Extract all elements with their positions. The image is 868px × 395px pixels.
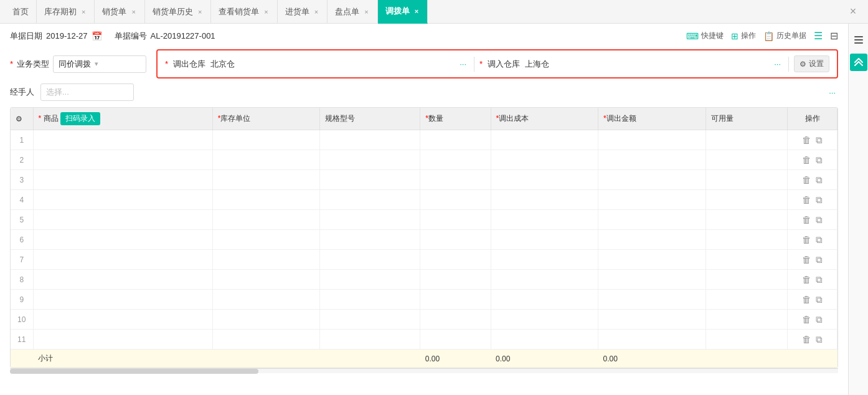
scan-button[interactable]: 扫码录入 — [60, 112, 100, 125]
scroll-bar-area[interactable] — [10, 368, 838, 373]
row-out-cost[interactable] — [491, 150, 598, 170]
row-spec[interactable] — [320, 250, 420, 270]
row-available[interactable] — [705, 170, 787, 190]
row-quantity[interactable] — [420, 310, 491, 330]
handler-select[interactable]: 选择... — [40, 83, 134, 101]
delete-icon[interactable]: 🗑 — [802, 174, 811, 185]
copy-icon[interactable]: ⧉ — [816, 174, 823, 185]
row-unit[interactable] — [212, 250, 320, 270]
row-quantity[interactable] — [420, 210, 491, 230]
row-spec[interactable] — [320, 150, 420, 170]
row-available[interactable] — [705, 270, 787, 290]
row-quantity[interactable] — [420, 230, 491, 250]
tab-transfer-order-close[interactable]: × — [413, 7, 420, 16]
tab-transfer-order[interactable]: 调拨单 × — [378, 0, 428, 24]
row-out-amount[interactable] — [598, 130, 706, 150]
row-spec[interactable] — [320, 290, 420, 310]
row-out-amount[interactable] — [598, 150, 706, 170]
row-product[interactable] — [33, 150, 212, 170]
delete-icon[interactable]: 🗑 — [802, 254, 811, 265]
copy-icon[interactable]: ⧉ — [816, 194, 823, 205]
row-available[interactable] — [705, 210, 787, 230]
row-out-cost[interactable] — [491, 270, 598, 290]
tab-inventory-check-close[interactable]: × — [363, 7, 369, 16]
copy-icon[interactable]: ⧉ — [816, 274, 823, 285]
calendar-icon[interactable]: 📅 — [92, 31, 102, 41]
row-unit[interactable] — [212, 170, 320, 190]
copy-icon[interactable]: ⧉ — [816, 135, 823, 145]
row-unit[interactable] — [212, 210, 320, 230]
delete-icon[interactable]: 🗑 — [802, 194, 811, 205]
operation-button[interactable]: ⊞ 操作 — [731, 31, 756, 41]
row-out-amount[interactable] — [598, 330, 706, 350]
row-quantity[interactable] — [420, 150, 491, 170]
row-out-cost[interactable] — [491, 290, 598, 310]
row-spec[interactable] — [320, 210, 420, 230]
row-out-amount[interactable] — [598, 250, 706, 270]
business-type-select[interactable]: 同价调拨 ▾ — [53, 55, 146, 73]
row-quantity[interactable] — [420, 130, 491, 150]
row-quantity[interactable] — [420, 290, 491, 310]
delete-icon[interactable]: 🗑 — [802, 294, 811, 305]
row-available[interactable] — [705, 250, 787, 270]
row-spec[interactable] — [320, 330, 420, 350]
row-product[interactable] — [33, 210, 212, 230]
copy-icon[interactable]: ⧉ — [816, 294, 823, 305]
row-out-amount[interactable] — [598, 290, 706, 310]
row-product[interactable] — [33, 190, 212, 210]
row-out-cost[interactable] — [491, 190, 598, 210]
handler-more-button[interactable]: ··· — [826, 88, 838, 97]
th-gear[interactable]: ⚙ — [11, 108, 33, 130]
row-spec[interactable] — [320, 190, 420, 210]
row-available[interactable] — [705, 330, 787, 350]
row-spec[interactable] — [320, 270, 420, 290]
row-available[interactable] — [705, 130, 787, 150]
row-out-cost[interactable] — [491, 130, 598, 150]
row-product[interactable] — [33, 270, 212, 290]
row-spec[interactable] — [320, 230, 420, 250]
tab-sales-history[interactable]: 销货单历史 × — [145, 0, 211, 24]
row-product[interactable] — [33, 310, 212, 330]
tab-view-sales[interactable]: 查看销货单 × — [211, 0, 277, 24]
delete-icon[interactable]: 🗑 — [802, 234, 811, 245]
copy-icon[interactable]: ⧉ — [816, 334, 823, 345]
row-out-amount[interactable] — [598, 170, 706, 190]
row-product[interactable] — [33, 290, 212, 310]
row-unit[interactable] — [212, 130, 320, 150]
row-product[interactable] — [33, 130, 212, 150]
delete-icon[interactable]: 🗑 — [802, 214, 811, 225]
tab-purchase-order-close[interactable]: × — [313, 7, 319, 16]
row-available[interactable] — [705, 150, 787, 170]
tab-sales-history-close[interactable]: × — [197, 7, 203, 16]
row-quantity[interactable] — [420, 250, 491, 270]
copy-icon[interactable]: ⧉ — [816, 214, 823, 225]
row-out-cost[interactable] — [491, 250, 598, 270]
row-product[interactable] — [33, 230, 212, 250]
row-quantity[interactable] — [420, 330, 491, 350]
row-out-amount[interactable] — [598, 270, 706, 290]
setting-button[interactable]: ⚙ 设置 — [794, 55, 829, 72]
row-unit[interactable] — [212, 290, 320, 310]
row-out-cost[interactable] — [491, 310, 598, 330]
row-unit[interactable] — [212, 270, 320, 290]
window-close-button[interactable]: × — [843, 2, 863, 22]
row-out-amount[interactable] — [598, 210, 706, 230]
copy-icon[interactable]: ⧉ — [816, 254, 823, 265]
quick-key-button[interactable]: ⌨ 快捷键 — [686, 31, 724, 41]
history-button[interactable]: 📋 历史单据 — [763, 31, 806, 41]
warehouse-out-more-button[interactable]: ··· — [457, 59, 469, 69]
delete-icon[interactable]: 🗑 — [802, 135, 811, 145]
row-out-amount[interactable] — [598, 230, 706, 250]
sidebar-expand-icon[interactable] — [850, 54, 867, 71]
delete-icon[interactable]: 🗑 — [802, 155, 811, 165]
row-product[interactable] — [33, 170, 212, 190]
row-unit[interactable] — [212, 150, 320, 170]
warehouse-in-more-button[interactable]: ··· — [771, 59, 783, 69]
row-out-cost[interactable] — [491, 330, 598, 350]
layout-list-button[interactable]: ☰ — [814, 30, 823, 42]
row-out-amount[interactable] — [598, 190, 706, 210]
row-unit[interactable] — [212, 310, 320, 330]
delete-icon[interactable]: 🗑 — [802, 274, 811, 285]
row-available[interactable] — [705, 290, 787, 310]
tab-view-sales-close[interactable]: × — [263, 7, 269, 16]
